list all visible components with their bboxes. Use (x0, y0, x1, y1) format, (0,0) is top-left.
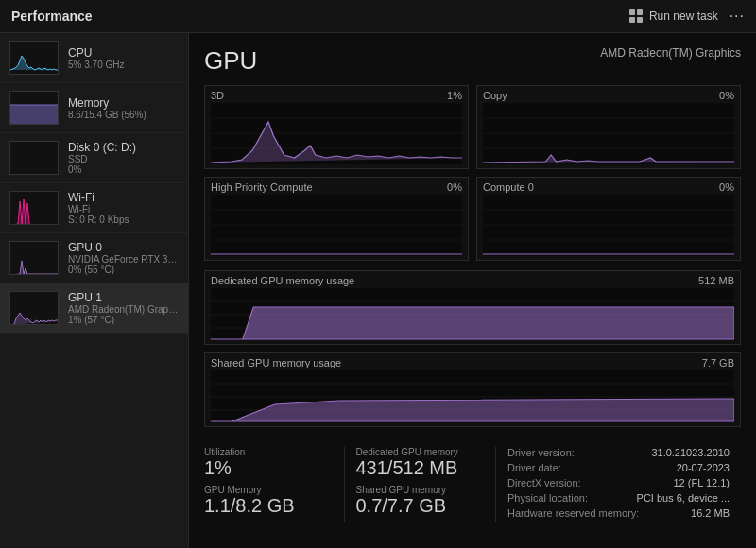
gpu1-sub1: AMD Radeon(TM) Graphics (68, 304, 179, 315)
memory-stats-col: Dedicated GPU memory 431/512 MB Shared G… (344, 447, 496, 522)
svg-rect-0 (629, 9, 635, 15)
svg-rect-10 (483, 103, 734, 164)
dedicated-mem-value: 512 MB (698, 275, 734, 286)
gpu0-sub1: NVIDIA GeForce RTX 3060 Lapto... (68, 254, 179, 265)
dedicated-mem-name: Dedicated GPU memory usage (211, 275, 354, 286)
cpu-title: CPU (68, 46, 179, 60)
memory-sub: 8.6/15.4 GB (56%) (68, 110, 179, 120)
title-bar: Performance Run new task ··· (0, 0, 756, 33)
shared-mem-canvas (211, 370, 734, 422)
disk-title: Disk 0 (C: D:) (68, 141, 179, 154)
gpu-panel-title: GPU (204, 46, 257, 76)
cpu-thumb (9, 41, 59, 75)
hw-reserved-key: Hardware reserved memory: (507, 507, 639, 519)
wifi-title: Wi-Fi (68, 191, 179, 204)
wifi-sub2: S: 0 R: 0 Kbps (68, 214, 179, 225)
physical-location-val: PCI bus 6, device ... (637, 492, 730, 504)
shared-mem-value: 7.7 GB (702, 357, 734, 368)
utilization-col: Utilization 1% GPU Memory 1.1/8.2 GB (204, 447, 344, 522)
gpu0-info: GPU 0 NVIDIA GeForce RTX 3060 Lapto... 0… (68, 241, 179, 275)
wifi-info: Wi-Fi Wi-Fi S: 0 R: 0 Kbps (68, 191, 179, 225)
chart-3d: 3D 1% (204, 85, 469, 169)
svg-rect-2 (629, 17, 635, 23)
more-options-button[interactable]: ··· (730, 8, 745, 25)
svg-rect-4 (10, 105, 59, 125)
sidebar-item-cpu[interactable]: CPU 5% 3.70 GHz (0, 33, 188, 83)
shared-mem-chart: Shared GPU memory usage 7.7 GB (204, 352, 741, 427)
chart-compute0-value: 0% (719, 181, 734, 193)
chart-copy-label: Copy 0% (483, 90, 734, 101)
memory-info: Memory 8.6/15.4 GB (56%) (68, 96, 179, 120)
chart-compute0-canvas (483, 195, 734, 256)
shared-mem-label: Shared GPU memory usage 7.7 GB (211, 357, 734, 368)
sidebar-item-gpu1[interactable]: GPU 1 AMD Radeon(TM) Graphics 1% (57 °C) (0, 283, 188, 334)
wifi-thumb (9, 191, 59, 225)
shared-mem-name: Shared GPU memory usage (211, 357, 341, 368)
svg-rect-18 (483, 195, 734, 256)
chart-high-priority: High Priority Compute 0% (204, 177, 469, 261)
cpu-info: CPU 5% 3.70 GHz (68, 46, 179, 70)
driver-date-val: 20-07-2023 (677, 462, 730, 473)
disk-info: Disk 0 (C: D:) SSD 0% (68, 141, 179, 175)
gpu-memory-value: 1.1/8.2 GB (204, 495, 333, 517)
svg-rect-3 (637, 17, 643, 23)
chart-copy-value: 0% (719, 90, 734, 101)
shared-mem-stat-label: Shared GPU memory (356, 485, 485, 495)
sidebar-item-memory[interactable]: Memory 8.6/15.4 GB (56%) (0, 83, 188, 133)
gpu0-thumb (9, 241, 59, 275)
gpu1-info: GPU 1 AMD Radeon(TM) Graphics 1% (57 °C) (68, 291, 179, 325)
chart-compute0-name: Compute 0 (483, 181, 534, 193)
chart-high-priority-label: High Priority Compute 0% (211, 181, 462, 193)
physical-location-row: Physical location: PCI bus 6, device ... (507, 492, 730, 504)
driver-version-row: Driver version: 31.0.21023.2010 (507, 447, 730, 458)
gpu1-sub2: 1% (57 °C) (68, 315, 179, 325)
driver-version-val: 31.0.21023.2010 (651, 447, 730, 458)
driver-info-col: Driver version: 31.0.21023.2010 Driver d… (495, 447, 741, 522)
disk-sub2: 0% (68, 164, 179, 175)
physical-location-key: Physical location: (507, 492, 588, 504)
chart-3d-canvas (211, 103, 462, 164)
sidebar: CPU 5% 3.70 GHz Memory 8.6/15.4 GB (56%) (0, 33, 189, 548)
gpu0-sub2: 0% (55 °C) (68, 265, 179, 275)
gpu0-title: GPU 0 (68, 241, 179, 254)
shared-mem-stat: Shared GPU memory 0.7/7.7 GB (356, 485, 485, 517)
utilization-label: Utilization (204, 447, 333, 457)
charts-grid: 3D 1% Copy 0% (204, 85, 741, 261)
dedicated-mem-stat: Dedicated GPU memory 431/512 MB (356, 447, 485, 479)
chart-high-priority-name: High Priority Compute (211, 181, 313, 193)
sidebar-item-wifi[interactable]: Wi-Fi Wi-Fi S: 0 R: 0 Kbps (0, 183, 188, 233)
chart-compute0-label: Compute 0 0% (483, 181, 734, 193)
directx-val: 12 (FL 12.1) (673, 477, 730, 488)
shared-mem-stat-value: 0.7/7.7 GB (356, 495, 485, 517)
cpu-sub: 5% 3.70 GHz (68, 60, 179, 70)
sidebar-item-disk[interactable]: Disk 0 (C: D:) SSD 0% (0, 133, 188, 183)
run-new-task-button[interactable]: Run new task (628, 9, 718, 24)
gpu-memory-item: GPU Memory 1.1/8.2 GB (204, 485, 333, 517)
dedicated-mem-chart: Dedicated GPU memory usage 512 MB (204, 270, 741, 345)
app-title: Performance (11, 9, 93, 24)
svg-marker-26 (211, 307, 734, 339)
dedicated-mem-stat-label: Dedicated GPU memory (356, 447, 485, 457)
gpu1-title: GPU 1 (68, 291, 179, 304)
directx-key: DirectX version: (507, 477, 581, 488)
chart-high-priority-canvas (211, 195, 462, 256)
memory-section: Dedicated GPU memory usage 512 MB Shared… (204, 270, 741, 427)
driver-date-row: Driver date: 20-07-2023 (507, 462, 730, 473)
memory-title: Memory (68, 96, 179, 110)
gpu-memory-label: GPU Memory (204, 485, 333, 495)
hw-reserved-row: Hardware reserved memory: 16.2 MB (507, 507, 730, 519)
driver-version-key: Driver version: (507, 447, 575, 458)
run-task-icon (628, 9, 644, 24)
chart-copy-name: Copy (483, 90, 507, 101)
svg-rect-1 (637, 9, 643, 15)
memory-thumb (9, 91, 59, 125)
utilization-value: 1% (204, 457, 333, 479)
sidebar-item-gpu0[interactable]: GPU 0 NVIDIA GeForce RTX 3060 Lapto... 0… (0, 233, 188, 283)
stats-section: Utilization 1% GPU Memory 1.1/8.2 GB Ded… (204, 437, 741, 522)
chart-3d-name: 3D (211, 90, 224, 101)
svg-rect-14 (211, 195, 462, 256)
chart-compute0: Compute 0 0% (476, 177, 741, 261)
disk-thumb (9, 141, 59, 175)
dedicated-mem-canvas (211, 288, 734, 340)
chart-high-priority-value: 0% (447, 181, 462, 193)
